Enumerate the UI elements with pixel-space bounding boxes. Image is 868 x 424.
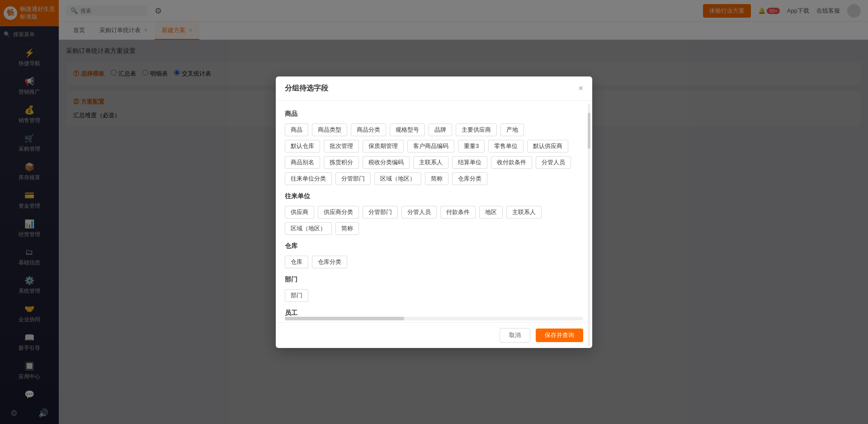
- tag-goods-2[interactable]: 商品分类: [351, 124, 386, 136]
- tag-wh-1[interactable]: 仓库分类: [312, 256, 347, 268]
- tag-goods-24[interactable]: 简称: [425, 172, 448, 185]
- tag-goods-21[interactable]: 往来单位分类: [285, 172, 332, 185]
- tag-group-counterparty-2: 区域（地区） 简称: [285, 222, 583, 235]
- modal-overlay: 分组待选字段 × 商品 商品 商品类型 商品分类 规格型号 品牌 主要供应商 产…: [0, 0, 868, 424]
- dialog-title: 分组待选字段: [285, 84, 328, 93]
- tag-group-counterparty-1: 供应商 供应商分类 分管部门 分管人员 付款条件 地区 主联系人: [285, 206, 583, 219]
- tag-goods-10[interactable]: 客户商品编码: [407, 140, 454, 152]
- tag-cp-3[interactable]: 分管人员: [401, 206, 437, 219]
- dialog-vscroll-thumb: [588, 113, 590, 149]
- tag-goods-17[interactable]: 主联系人: [413, 156, 448, 169]
- dialog-horizontal-scrollbar[interactable]: [285, 317, 583, 320]
- tag-goods-0[interactable]: 商品: [285, 124, 308, 136]
- save-query-button[interactable]: 保存并查询: [536, 329, 583, 342]
- tag-wh-0[interactable]: 仓库: [285, 256, 308, 268]
- dialog-header: 分组待选字段 ×: [276, 76, 592, 101]
- tag-goods-6[interactable]: 产地: [500, 124, 524, 136]
- tag-goods-18[interactable]: 结算单位: [452, 156, 487, 169]
- section-title-warehouse: 仓库: [285, 242, 583, 250]
- tag-cp-8[interactable]: 简称: [335, 222, 359, 235]
- tag-dept-0[interactable]: 部门: [285, 289, 308, 302]
- tag-goods-8[interactable]: 批次管理: [324, 140, 359, 152]
- tag-cp-1[interactable]: 供应商分类: [318, 206, 359, 219]
- section-title-goods: 商品: [285, 110, 583, 118]
- tag-group-goods: 商品 商品类型 商品分类 规格型号 品牌 主要供应商 产地: [285, 124, 583, 136]
- tag-goods-25[interactable]: 仓库分类: [452, 172, 487, 185]
- tag-cp-7[interactable]: 区域（地区）: [285, 222, 332, 235]
- tag-group-goods-4: 往来单位分类 分管部门 区域（地区） 简称 仓库分类: [285, 172, 583, 185]
- dialog-hscroll-thumb: [285, 317, 404, 320]
- tag-goods-20[interactable]: 分管人员: [536, 156, 571, 169]
- dialog-footer: 取消 保存并查询: [276, 322, 592, 348]
- tag-cp-0[interactable]: 供应商: [285, 206, 314, 219]
- section-title-employee: 员工: [285, 309, 583, 317]
- dialog-body: 商品 商品 商品类型 商品分类 规格型号 品牌 主要供应商 产地 默认仓库 批次…: [276, 101, 592, 317]
- tag-group-warehouse: 仓库 仓库分类: [285, 256, 583, 268]
- tag-goods-13[interactable]: 默认供应商: [527, 140, 568, 152]
- tag-cp-5[interactable]: 地区: [479, 206, 503, 219]
- section-title-counterparty: 往来单位: [285, 192, 583, 200]
- tag-goods-15[interactable]: 拣货积分: [324, 156, 359, 169]
- dialog-close-btn[interactable]: ×: [578, 84, 583, 92]
- tag-goods-14[interactable]: 商品别名: [285, 156, 320, 169]
- section-title-department: 部门: [285, 276, 583, 284]
- tag-goods-12[interactable]: 零售单位: [488, 140, 524, 152]
- tag-goods-16[interactable]: 税收分类编码: [363, 156, 410, 169]
- tag-goods-23[interactable]: 区域（地区）: [374, 172, 421, 185]
- tag-group-goods-2: 默认仓库 批次管理 保质期管理 客户商品编码 重量3 零售单位 默认供应商: [285, 140, 583, 152]
- tag-goods-9[interactable]: 保质期管理: [363, 140, 404, 152]
- tag-goods-1[interactable]: 商品类型: [312, 124, 347, 136]
- tag-goods-4[interactable]: 品牌: [429, 124, 452, 136]
- tag-goods-11[interactable]: 重量3: [458, 140, 485, 152]
- tag-goods-22[interactable]: 分管部门: [335, 172, 371, 185]
- tag-group-goods-3: 商品别名 拣货积分 税收分类编码 主联系人 结算单位 收付款条件 分管人员: [285, 156, 583, 169]
- tag-cp-6[interactable]: 主联系人: [506, 206, 542, 219]
- dialog-group-fields: 分组待选字段 × 商品 商品 商品类型 商品分类 规格型号 品牌 主要供应商 产…: [276, 76, 592, 348]
- tag-group-department: 部门: [285, 289, 583, 302]
- cancel-button[interactable]: 取消: [500, 328, 530, 343]
- tag-cp-2[interactable]: 分管部门: [363, 206, 398, 219]
- tag-goods-5[interactable]: 主要供应商: [456, 124, 497, 136]
- dialog-vertical-scrollbar[interactable]: [588, 104, 590, 346]
- tag-goods-7[interactable]: 默认仓库: [285, 140, 320, 152]
- tag-cp-4[interactable]: 付款条件: [440, 206, 476, 219]
- tag-goods-3[interactable]: 规格型号: [390, 124, 425, 136]
- tag-goods-19[interactable]: 收付款条件: [491, 156, 532, 169]
